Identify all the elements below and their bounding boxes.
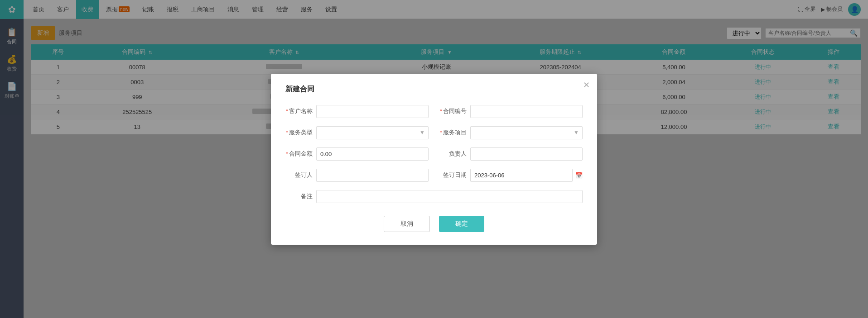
label-service-type: 服务类型	[285, 128, 313, 137]
label-contract-no: 合同编号	[439, 107, 467, 115]
form-group-responsible: 负责人	[439, 147, 583, 161]
input-client-name[interactable]	[316, 105, 429, 118]
modal-title: 新建合同	[285, 85, 583, 94]
form-row-2: 服务类型 ▼ 服务项目 ▼	[285, 126, 583, 139]
input-sign-date[interactable]	[470, 169, 573, 182]
label-remark: 备注	[285, 192, 313, 200]
modal-overlay: ✕ 新建合同 客户名称 合同编号 服务类型 ▼	[0, 0, 868, 318]
form-group-amount: 合同金额	[285, 147, 429, 161]
label-sign-date: 签订日期	[439, 171, 467, 179]
input-amount[interactable]	[316, 147, 429, 161]
input-contract-no[interactable]	[470, 105, 583, 118]
label-responsible: 负责人	[439, 150, 467, 158]
form-row-4: 签订人 签订日期 📅	[285, 169, 583, 182]
select-wrap-service-type: ▼	[316, 126, 429, 139]
select-service-type[interactable]	[316, 126, 429, 139]
form-group-service-item: 服务项目 ▼	[439, 126, 583, 139]
input-remark[interactable]	[316, 190, 583, 203]
label-amount: 合同金额	[285, 150, 313, 158]
calendar-icon[interactable]: 📅	[575, 172, 583, 179]
form-group-sign-date: 签订日期 📅	[439, 169, 583, 182]
label-signer: 签订人	[285, 171, 313, 179]
form-group-service-type: 服务类型 ▼	[285, 126, 429, 139]
modal-footer: 取消 确定	[285, 216, 583, 232]
form-group-contract-no: 合同编号	[439, 105, 583, 118]
modal-close-button[interactable]: ✕	[583, 80, 590, 90]
select-wrap-service-item: ▼	[470, 126, 583, 139]
label-service-item: 服务项目	[439, 128, 467, 137]
cancel-button[interactable]: 取消	[384, 216, 430, 232]
label-client-name: 客户名称	[285, 107, 313, 115]
date-input-wrap: 📅	[470, 169, 583, 182]
confirm-button[interactable]: 确定	[439, 216, 484, 232]
form-group-client: 客户名称	[285, 105, 429, 118]
input-responsible[interactable]	[470, 147, 583, 161]
form-row-5: 备注	[285, 190, 583, 203]
form-group-signer: 签订人	[285, 169, 429, 182]
form-group-remark: 备注	[285, 190, 583, 203]
form-row-1: 客户名称 合同编号	[285, 105, 583, 118]
select-service-item[interactable]	[470, 126, 583, 139]
form-row-3: 合同金额 负责人	[285, 147, 583, 161]
modal-new-contract: ✕ 新建合同 客户名称 合同编号 服务类型 ▼	[271, 74, 597, 245]
input-signer[interactable]	[316, 169, 429, 182]
